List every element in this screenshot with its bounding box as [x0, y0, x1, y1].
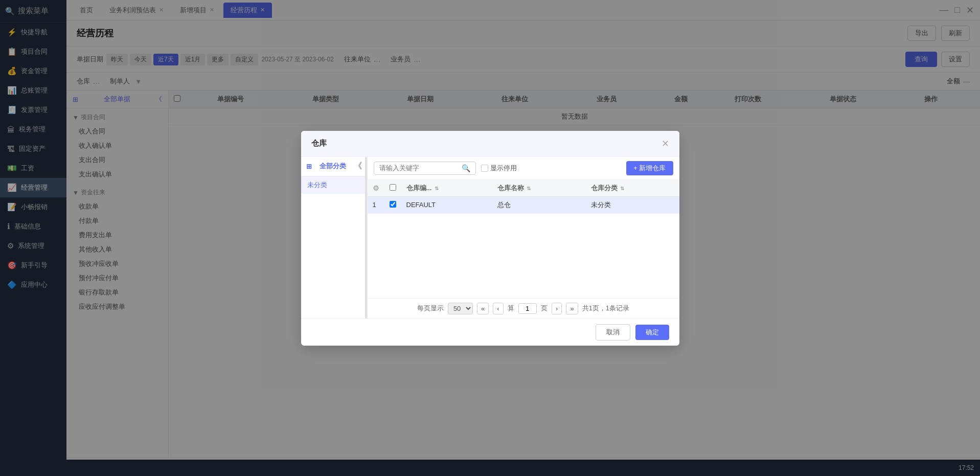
sort-icon-name[interactable]: ⇅: [527, 186, 531, 191]
modal-page-label: 算: [508, 304, 514, 313]
modal-search-box[interactable]: 🔍: [374, 162, 476, 175]
modal-left-item-uncategorized[interactable]: 未分类: [301, 176, 367, 194]
row-index: 1: [368, 196, 384, 213]
show-disabled-text: 显示停用: [490, 164, 517, 173]
table-row[interactable]: 1 DEFAULT 总仓 未分类: [368, 196, 679, 213]
modal-first-page[interactable]: «: [477, 303, 489, 314]
modal-right-panel: 🔍 显示停用 + 新增仓库 ⚙: [368, 157, 679, 319]
modal-per-page-label: 每页显示: [417, 304, 444, 313]
row-checkbox-cell[interactable]: [384, 196, 401, 213]
cancel-button[interactable]: 取消: [596, 324, 630, 341]
modal-col-name: 仓库名称 ⇅: [492, 180, 586, 197]
modal-col-settings[interactable]: ⚙: [368, 180, 384, 197]
modal-close-icon[interactable]: ✕: [662, 138, 669, 149]
row-code: DEFAULT: [401, 196, 492, 213]
modal-table: ⚙ 仓库编... ⇅ 仓库名称 ⇅: [368, 180, 679, 214]
modal-per-page-select[interactable]: 50: [448, 303, 473, 314]
modal-page-unit: 页: [541, 304, 548, 313]
modal-col-category: 仓库分类 ⇅: [586, 180, 679, 197]
row-checkbox[interactable]: [390, 201, 396, 208]
settings-icon[interactable]: ⚙: [373, 184, 379, 192]
show-disabled-label[interactable]: 显示停用: [481, 164, 517, 173]
modal-search-input[interactable]: [379, 164, 459, 172]
modal-left-scrollbar[interactable]: [365, 157, 367, 319]
all-categories-icon: ⊞: [306, 163, 312, 170]
row-name: 总仓: [492, 196, 586, 213]
modal-pagination: 每页显示 50 « ‹ 算 页 › » 共1页，1条记录: [368, 298, 679, 319]
modal-table-wrap: ⚙ 仓库编... ⇅ 仓库名称 ⇅: [368, 180, 679, 298]
modal-body: ⊞ 全部分类 《 未分类 🔍 显示停用: [301, 157, 679, 319]
modal-overlay: 仓库 ✕ ⊞ 全部分类 《 未分类 🔍: [0, 0, 980, 476]
warehouse-modal: 仓库 ✕ ⊞ 全部分类 《 未分类 🔍: [301, 131, 679, 346]
modal-col-code: 仓库编... ⇅: [401, 180, 492, 197]
all-categories-label: 全部分类: [320, 162, 346, 171]
modal-left-panel: ⊞ 全部分类 《 未分类: [301, 157, 368, 319]
sort-icon-code[interactable]: ⇅: [435, 186, 439, 191]
modal-select-all[interactable]: [390, 184, 396, 191]
modal-last-page[interactable]: »: [566, 303, 578, 314]
show-disabled-checkbox[interactable]: [481, 165, 488, 172]
modal-page-input[interactable]: [518, 303, 537, 314]
row-category: 未分类: [586, 196, 679, 213]
sort-icon-category[interactable]: ⇅: [620, 186, 624, 191]
modal-left-collapse[interactable]: 《: [354, 161, 362, 172]
modal-next-page[interactable]: ›: [552, 303, 562, 314]
modal-col-checkbox[interactable]: [384, 180, 401, 197]
modal-toolbar: 🔍 显示停用 + 新增仓库: [368, 157, 679, 180]
modal-total-info: 共1页，1条记录: [582, 304, 629, 313]
add-warehouse-button[interactable]: + 新增仓库: [626, 161, 673, 175]
modal-search-icon: 🔍: [462, 164, 470, 172]
modal-title: 仓库: [311, 139, 327, 148]
modal-left-header: ⊞ 全部分类 《: [301, 157, 367, 176]
modal-prev-page[interactable]: ‹: [493, 303, 503, 314]
confirm-button[interactable]: 确定: [635, 325, 669, 340]
modal-header: 仓库 ✕: [301, 131, 679, 157]
modal-footer: 取消 确定: [301, 319, 679, 346]
